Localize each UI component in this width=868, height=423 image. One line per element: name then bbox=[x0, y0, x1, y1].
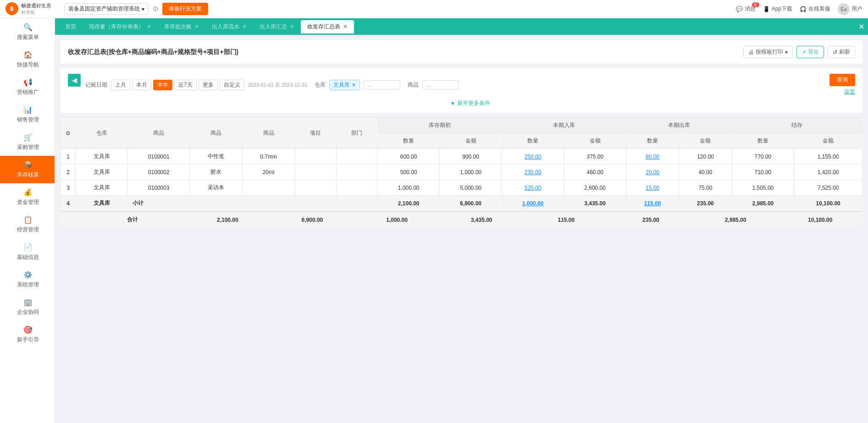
row-dept bbox=[336, 165, 377, 180]
filter-row-1: 记账日期 上月 本月 本年 近7天 更多 自定义 2023-01-01 至 20… bbox=[85, 74, 855, 96]
sidebar-item-label: 采购管理 bbox=[17, 143, 39, 151]
row-opening-qty: 600.00 bbox=[377, 149, 439, 165]
settings-link[interactable]: 设置 bbox=[844, 88, 855, 96]
print-button[interactable]: 🖨 按模板打印 ▾ bbox=[743, 46, 793, 58]
sidebar-item-purchase[interactable]: 🛒 采购管理 bbox=[0, 128, 55, 156]
page-title: 收发存汇总表(按仓库+商品编码+商品+规格型号+项目+部门) bbox=[68, 48, 238, 56]
sidebar-item-label: 企业协同 bbox=[17, 308, 39, 316]
date-btn-custom[interactable]: 自定义 bbox=[220, 80, 244, 90]
sidebar-item-inventory[interactable]: 📦 库存核算 bbox=[0, 156, 55, 183]
search-icon: 🔍 bbox=[23, 23, 33, 32]
tab-receive-send-label: 收发存汇总表 bbox=[307, 23, 340, 31]
tab-inventory-dist-label: 现存量（库存分布表） bbox=[89, 23, 144, 31]
in-group-header: 本期入库 bbox=[502, 118, 626, 133]
refresh-button[interactable]: ↺ 刷新 bbox=[828, 46, 855, 58]
row-balance-qty: 710.00 bbox=[732, 165, 794, 180]
tab-bar: 首页 现存量（库存分布表） ✕ 库存批次账 ✕ 出入库流水 ✕ 出入库汇总 ✕ … bbox=[55, 18, 868, 35]
export-button[interactable]: ↗ 导出 bbox=[796, 46, 824, 58]
tab-receive-send[interactable]: 收发存汇总表 ✕ bbox=[301, 20, 354, 33]
query-button[interactable]: 查询 bbox=[829, 74, 855, 86]
tab-in-out-flow-close[interactable]: ✕ bbox=[242, 23, 247, 30]
guide-icon: 🎯 bbox=[23, 325, 33, 334]
warehouse-header: 仓库 bbox=[76, 118, 128, 149]
total-out-amt: 235.00 bbox=[608, 217, 693, 223]
system-title-dropdown[interactable]: 装备及固定资产辅助管理系统 ▾ bbox=[64, 3, 149, 15]
balance-amt-header: 金额 bbox=[794, 133, 862, 149]
tab-receive-send-close[interactable]: ✕ bbox=[343, 23, 348, 30]
sidebar-item-basic-info[interactable]: 📄 基础信息 bbox=[0, 238, 55, 266]
tab-home[interactable]: 首页 bbox=[59, 20, 83, 33]
goods-header: 商品 bbox=[190, 118, 242, 149]
tab-in-out-summary-close[interactable]: ✕ bbox=[290, 23, 294, 30]
expand-conditions-button[interactable]: ▼ 展开更多条件 bbox=[450, 99, 491, 107]
sidebar-item-search[interactable]: 🔍 搜索菜单 bbox=[0, 18, 55, 46]
sidebar: 🔍 搜索菜单 🏠 快捷导航 📢 营销推广 📊 销售管理 🛒 采购管理 📦 库存核… bbox=[0, 18, 55, 423]
table-wrapper: ⚙ 仓库 商品 商品 商品 项目 部门 库存期初 本期入库 本期出库 结存 bbox=[61, 117, 862, 211]
total-label: 合计 bbox=[75, 216, 185, 224]
row-in-amt: 2,600.00 bbox=[564, 180, 626, 196]
sidebar-item-finance[interactable]: 💰 资金管理 bbox=[0, 183, 55, 211]
date-btn-this-month[interactable]: 本月 bbox=[132, 80, 151, 90]
row-out-qty[interactable]: 20.00 bbox=[626, 165, 679, 180]
inventory-icon: 📦 bbox=[23, 160, 33, 169]
row-out-qty[interactable]: 15.00 bbox=[626, 180, 679, 196]
row-balance-qty: 770.00 bbox=[732, 149, 794, 165]
tab-batch-ledger-close[interactable]: ✕ bbox=[194, 23, 199, 30]
sidebar-item-sales[interactable]: 📊 销售管理 bbox=[0, 101, 55, 128]
out-group-header: 本期出库 bbox=[626, 118, 732, 133]
row-in-qty[interactable]: 230.00 bbox=[502, 165, 564, 180]
row-balance-qty: 1,505.00 bbox=[732, 180, 794, 196]
total-row-bar: 合计 2,100.00 6,900.00 1,000.00 3,435.00 1… bbox=[61, 211, 862, 227]
tab-home-label: 首页 bbox=[65, 23, 76, 31]
online-service-button[interactable]: 🎧 在线客服 bbox=[800, 5, 830, 13]
row-project bbox=[295, 165, 336, 180]
tab-in-out-flow[interactable]: 出入库流水 ✕ bbox=[205, 20, 253, 33]
sidebar-item-marketing[interactable]: 📢 营销推广 bbox=[0, 73, 55, 101]
row-warehouse: 文具库 bbox=[76, 149, 128, 165]
row-in-qty[interactable]: 520.00 bbox=[502, 180, 564, 196]
row-project bbox=[295, 180, 336, 196]
app-download-button[interactable]: 📱 App下载 bbox=[763, 5, 792, 13]
messages-button[interactable]: 💬 消息 6 bbox=[736, 5, 756, 13]
sidebar-item-quick-nav[interactable]: 🏠 快捷导航 bbox=[0, 46, 55, 73]
tab-in-out-summary[interactable]: 出入库汇总 ✕ bbox=[253, 20, 301, 33]
sidebar-item-label: 系统管理 bbox=[17, 281, 39, 289]
user-area[interactable]: Ea 用户 bbox=[838, 3, 862, 15]
sidebar-item-new-guide[interactable]: 🎯 新手引导 bbox=[0, 321, 55, 348]
row-in-qty[interactable]: 250.00 bbox=[502, 149, 564, 165]
date-btn-last-month[interactable]: 上月 bbox=[111, 80, 130, 90]
main-content: 首页 现存量（库存分布表） ✕ 库存批次账 ✕ 出入库流水 ✕ 出入库汇总 ✕ … bbox=[55, 18, 868, 423]
home-icon: 🏠 bbox=[23, 50, 33, 59]
sidebar-item-system[interactable]: ⚙️ 系统管理 bbox=[0, 266, 55, 293]
avatar: Ea bbox=[838, 3, 850, 15]
sidebar-item-operations[interactable]: 📋 经营管理 bbox=[0, 211, 55, 238]
tab-bar-close-icon[interactable]: ✕ bbox=[858, 22, 864, 31]
date-btn-7days[interactable]: 近7天 bbox=[174, 80, 197, 90]
row-goods: 中性笔 bbox=[190, 149, 242, 165]
marketing-icon: 📢 bbox=[23, 78, 33, 87]
tab-inventory-dist-close[interactable]: ✕ bbox=[147, 23, 151, 30]
row-no: 1 bbox=[61, 149, 76, 165]
row-out-qty[interactable]: 80.00 bbox=[626, 149, 679, 165]
trial-button[interactable]: 体验行业方案 bbox=[162, 3, 208, 15]
filter-toggle-button[interactable]: ◀ bbox=[68, 74, 81, 87]
sidebar-item-enterprise[interactable]: 🏢 企业协同 bbox=[0, 293, 55, 321]
subtotal-in-qty[interactable]: 1,000.00 bbox=[502, 196, 564, 211]
sidebar-item-label: 经营管理 bbox=[17, 226, 39, 234]
tab-inventory-dist[interactable]: 现存量（库存分布表） ✕ bbox=[83, 20, 158, 33]
sidebar-item-label: 搜索菜单 bbox=[17, 33, 39, 41]
date-btn-more[interactable]: 更多 bbox=[199, 80, 218, 90]
goods-input[interactable]: ... bbox=[422, 80, 459, 89]
settings-icon[interactable]: ⚙ bbox=[152, 5, 159, 13]
warehouse-tag-close-icon[interactable]: ✕ bbox=[352, 82, 356, 88]
app-sub: 标准版 bbox=[21, 9, 51, 16]
table-settings-header[interactable]: ⚙ bbox=[61, 118, 76, 149]
message-icon: 💬 bbox=[736, 6, 743, 12]
date-btn-this-year[interactable]: 本年 bbox=[153, 80, 172, 90]
warehouse-more-input[interactable]: ... bbox=[364, 80, 400, 89]
subtotal-out-qty[interactable]: 115.00 bbox=[626, 196, 679, 211]
tab-batch-ledger[interactable]: 库存批次账 ✕ bbox=[158, 20, 205, 33]
right-query-area: 查询 设置 bbox=[829, 74, 855, 96]
subtotal-warehouse: 文具库 bbox=[76, 196, 128, 211]
row-code: 0100001 bbox=[128, 149, 190, 165]
